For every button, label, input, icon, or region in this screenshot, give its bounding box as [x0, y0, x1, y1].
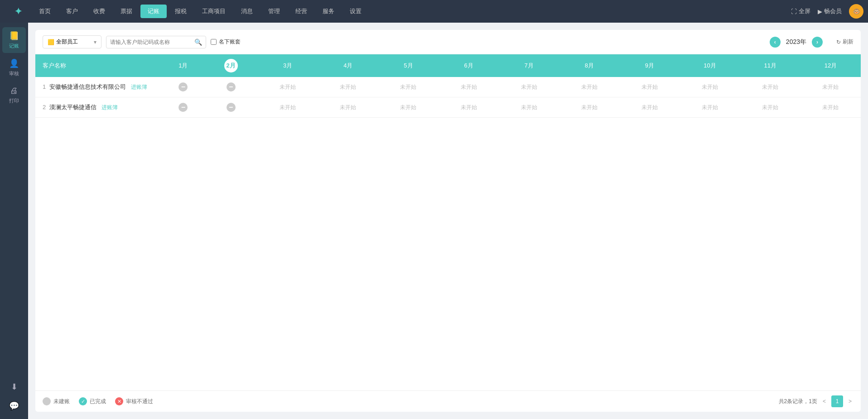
month-8-status: 未开始	[559, 77, 619, 97]
sidebar-item-bookkeeping[interactable]: 📒 记账	[2, 27, 26, 53]
search-icon[interactable]: 🔍	[194, 39, 202, 46]
month-10-status: 未开始	[680, 77, 740, 97]
left-sidebar: 📒 记账 👤 审核 🖨 打印 ⬇ 💬	[0, 23, 28, 419]
member-button[interactable]: ▶ 畅会员	[818, 7, 842, 15]
month-9-status: 未开始	[619, 97, 680, 118]
company-cell: 1 安徽畅捷通信息技术有限公司 进账簿	[35, 77, 162, 97]
nav-business[interactable]: 工商项目	[195, 5, 233, 18]
month-7-status: 未开始	[499, 77, 559, 97]
main-table: 客户名称 1月 2月 3月 4月 5月 6月 7月 8月 9月 10月 11月	[35, 54, 861, 118]
legend-completed-label: 已完成	[90, 398, 106, 405]
dash-status: −	[178, 82, 188, 92]
nav-settings[interactable]: 设置	[342, 5, 369, 18]
month-1-status: −	[162, 97, 204, 118]
col-month-4: 4月	[318, 54, 378, 77]
download-icon: ⬇	[11, 382, 18, 392]
main-content: 🟨 全部员工 ▾ 🔍 名下账套 ‹ 2023年 › ↻ 刷新	[28, 23, 868, 419]
audit-icon: 👤	[9, 58, 19, 68]
my-accounts-toggle[interactable]: 名下账套	[211, 38, 241, 46]
employee-select[interactable]: 🟨 全部员工 ▾	[43, 35, 101, 48]
month-10-status: 未开始	[680, 97, 740, 118]
table-row: 1 安徽畅捷通信息技术有限公司 进账簿 −−未开始未开始未开始未开始未开始未开始…	[35, 77, 861, 97]
fullscreen-label: 全屏	[799, 7, 810, 15]
table-row: 2 漠澜太平畅捷通信 进账簿 −−未开始未开始未开始未开始未开始未开始未开始未开…	[35, 97, 861, 118]
sidebar-chat[interactable]: 💬	[2, 397, 26, 414]
sidebar-bottom: ⬇ 💬	[2, 378, 26, 419]
nav-bookkeeping[interactable]: 记账	[140, 5, 167, 18]
col-month-8: 8月	[559, 54, 619, 77]
total-records-label: 共2条记录，1页	[779, 398, 817, 405]
nav-service[interactable]: 服务	[315, 5, 342, 18]
employee-select-label: 全部员工	[56, 38, 78, 46]
not-started-status: 未开始	[702, 84, 718, 90]
not-started-status: 未开始	[400, 84, 416, 90]
sidebar-audit-label: 审核	[9, 70, 19, 77]
current-month-circle: 2月	[224, 59, 238, 72]
nav-items: 首页 客户 收费 票据 记账 报税 工商项目 消息 管理 经营 服务 设置	[32, 5, 791, 18]
nav-billing[interactable]: 收费	[86, 5, 112, 18]
nav-client[interactable]: 客户	[59, 5, 85, 18]
month-11-status: 未开始	[740, 97, 800, 118]
not-started-status: 未开始	[521, 104, 537, 111]
year-label: 2023年	[786, 38, 806, 46]
month-2-status: −	[204, 97, 258, 118]
month-6-status: 未开始	[439, 97, 499, 118]
nav-manage[interactable]: 管理	[261, 5, 287, 18]
sidebar-download[interactable]: ⬇	[2, 378, 26, 395]
month-4-status: 未开始	[318, 97, 378, 118]
content-panel: 🟨 全部员工 ▾ 🔍 名下账套 ‹ 2023年 › ↻ 刷新	[35, 30, 861, 412]
company-name: 安徽畅捷通信息技术有限公司	[49, 83, 126, 90]
pagination: 共2条记录，1页 < 1 >	[779, 395, 854, 407]
page-next-button[interactable]: >	[847, 397, 854, 405]
search-input[interactable]	[110, 39, 192, 45]
sidebar-item-print[interactable]: 🖨 打印	[2, 82, 26, 108]
row-index: 1	[43, 83, 46, 90]
col-month-1: 1月	[162, 54, 204, 77]
col-month-11: 11月	[740, 54, 800, 77]
table-container: 客户名称 1月 2月 3月 4月 5月 6月 7月 8月 9月 10月 11月	[35, 54, 861, 390]
year-prev-button[interactable]: ‹	[770, 37, 781, 48]
month-7-status: 未开始	[499, 97, 559, 118]
my-accounts-checkbox[interactable]	[211, 39, 217, 45]
refresh-icon: ↻	[836, 39, 841, 45]
nav-right: ⛶ 全屏 ▶ 畅会员 🐵	[791, 4, 863, 19]
company-name: 漠澜太平畅捷通信	[49, 104, 96, 111]
nav-message[interactable]: 消息	[234, 5, 260, 18]
top-nav: ✦ 首页 客户 收费 票据 记账 报税 工商项目 消息 管理 经营 服务 设置 …	[0, 0, 868, 23]
user-avatar[interactable]: 🐵	[849, 4, 863, 19]
not-started-status: 未开始	[762, 84, 778, 90]
fullscreen-button[interactable]: ⛶ 全屏	[791, 7, 810, 15]
member-label: 畅会员	[824, 7, 842, 15]
not-started-status: 未开始	[521, 84, 537, 90]
employee-arrow-icon: ▾	[94, 39, 96, 45]
month-8-status: 未开始	[559, 97, 619, 118]
not-started-status: 未开始	[461, 104, 477, 111]
nav-home[interactable]: 首页	[32, 5, 58, 18]
nav-tax[interactable]: 报税	[168, 5, 194, 18]
sidebar-item-audit[interactable]: 👤 审核	[2, 55, 26, 81]
month-5-status: 未开始	[378, 97, 439, 118]
col-month-2: 2月	[204, 54, 258, 77]
legend-completed: ✓ 已完成	[79, 397, 106, 405]
not-started-status: 未开始	[340, 104, 356, 111]
page-prev-button[interactable]: <	[821, 397, 828, 405]
not-started-status: 未开始	[340, 84, 356, 90]
col-month-7: 7月	[499, 54, 559, 77]
dash-status: −	[227, 103, 236, 112]
legend-gray-dot	[43, 397, 51, 405]
month-12-status: 未开始	[800, 97, 861, 118]
month-11-status: 未开始	[740, 77, 800, 97]
enter-ledger-link[interactable]: 进账簿	[101, 104, 118, 111]
year-next-button[interactable]: ›	[812, 37, 823, 48]
not-started-status: 未开始	[280, 104, 296, 111]
nav-invoice[interactable]: 票据	[113, 5, 140, 18]
month-2-status: −	[204, 77, 258, 97]
page-1-button[interactable]: 1	[831, 395, 843, 407]
enter-ledger-link[interactable]: 进账簿	[131, 84, 147, 90]
refresh-label: 刷新	[843, 38, 854, 46]
nav-operation[interactable]: 经营	[288, 5, 314, 18]
row-index: 2	[43, 104, 46, 111]
month-3-status: 未开始	[258, 97, 318, 118]
refresh-button[interactable]: ↻ 刷新	[836, 38, 854, 46]
legend-red-dot: ✕	[115, 397, 123, 405]
